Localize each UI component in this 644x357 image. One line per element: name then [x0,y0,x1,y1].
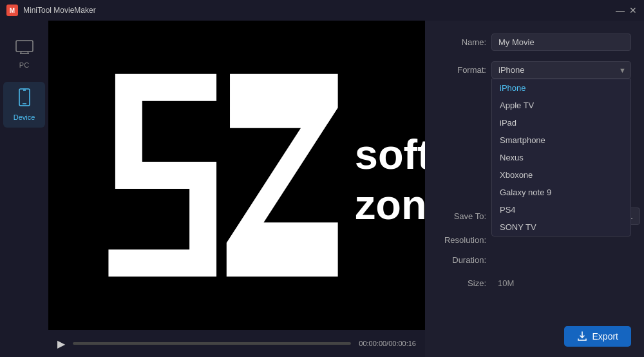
sidebar-item-pc-label: PC [19,61,29,69]
size-row: Size: 10M [431,275,631,291]
dropdown-item-iphone[interactable]: iPhone [492,79,630,97]
sidebar: PC Device [0,21,48,357]
format-row: Format: iPhone Apple TV iPad Smartphone … [431,61,631,79]
video-controls: ▶ 00:00:00/00:00:16 [48,330,425,357]
svg-rect-4 [19,89,30,106]
dropdown-item-appletv[interactable]: Apple TV [492,97,630,114]
dropdown-item-ipad[interactable]: iPad [492,114,630,131]
app-logo: M [6,5,18,16]
size-label: Size: [431,278,486,288]
format-select[interactable]: iPhone Apple TV iPad Smartphone Nexus Xb… [491,61,631,79]
close-button[interactable]: ✕ [629,6,638,15]
save-to-label: Save To: [431,211,486,221]
dropdown-item-ps4[interactable]: PS4 [492,201,630,218]
svg-rect-0 [16,41,33,52]
export-button[interactable]: Export [564,326,631,347]
duration-row: Duration: [431,255,631,265]
format-label: Format: [431,61,486,75]
svg-text:zone: zone [355,181,425,228]
dropdown-item-galaxynote9[interactable]: Galaxy note 9 [492,184,630,201]
svg-text:soft: soft [355,131,425,178]
format-select-wrapper: iPhone Apple TV iPad Smartphone Nexus Xb… [491,61,631,79]
name-label: Name: [431,37,486,47]
play-button[interactable]: ▶ [57,338,65,350]
video-container: soft zone ▶ 00:00:00/00:00:16 [48,21,425,357]
dropdown-item-smartphone[interactable]: Smartphone [492,131,630,149]
export-icon [577,331,587,342]
window-controls: — ✕ [616,6,638,15]
duration-label: Duration: [431,255,486,265]
device-icon [19,88,30,110]
name-input[interactable] [491,34,631,51]
resolution-value [491,237,631,244]
title-bar: M MiniTool MovieMaker — ✕ [0,0,644,21]
size-value: 10M [491,275,631,291]
sidebar-item-device-label: Device [14,113,35,121]
right-panel: Name: Format: iPhone Apple TV iPad Smart… [425,21,644,357]
export-label: Export [592,331,618,342]
sidebar-item-pc[interactable]: PC [3,34,45,75]
dropdown-item-sonytv[interactable]: SONY TV [492,218,630,236]
format-dropdown: iPhone Apple TV iPad Smartphone Nexus Xb… [491,79,631,236]
progress-bar[interactable] [73,342,351,345]
time-display: 00:00:00/00:00:16 [359,340,416,347]
dropdown-item-xboxone[interactable]: Xboxone [492,166,630,184]
minimize-button[interactable]: — [616,6,625,15]
pc-icon [15,40,33,58]
duration-value [491,257,631,264]
dropdown-item-nexus[interactable]: Nexus [492,149,630,166]
resolution-label: Resolution: [431,235,486,245]
resolution-row: Resolution: [431,235,631,245]
name-row: Name: [431,34,631,51]
main-container: PC Device [0,21,644,357]
app-title: MiniTool MovieMaker [23,6,611,15]
sidebar-item-device[interactable]: Device [3,82,45,128]
video-preview: soft zone [48,21,425,330]
